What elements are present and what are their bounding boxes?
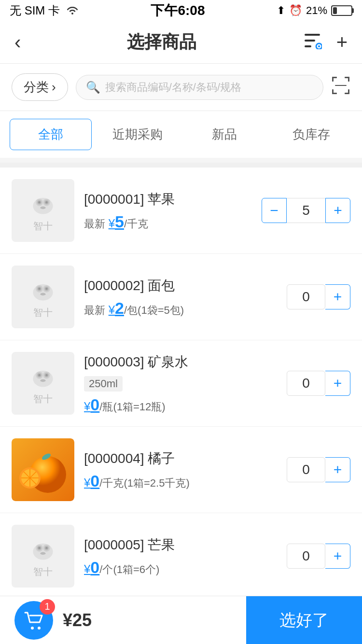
tab-all[interactable]: 全部 [10, 119, 92, 150]
product-list: 智十 [0000001] 苹果 最新 ¥5/千克 − + [0, 168, 362, 644]
quantity-input[interactable] [287, 284, 325, 309]
search-placeholder: 搜索商品编码/名称/条码/规格 [105, 80, 241, 95]
location-icon: ⬆ [277, 4, 285, 17]
battery-percent: 21% [306, 4, 327, 17]
page-header: ‹ 选择商品 + [0, 21, 362, 64]
svg-point-36 [38, 374, 41, 376]
carrier-label: 无 SIM 卡 [10, 3, 60, 18]
svg-point-38 [40, 379, 45, 382]
svg-point-67 [31, 627, 34, 630]
svg-point-53 [38, 546, 41, 549]
status-time: 下午6:08 [151, 1, 205, 20]
product-name: [0000001] 苹果 [84, 190, 252, 209]
quantity-control: + [287, 284, 350, 309]
divider [0, 163, 362, 168]
svg-point-21 [45, 201, 48, 203]
wifi-icon [66, 4, 79, 17]
svg-rect-11 [332, 89, 334, 94]
header-actions: + [303, 31, 348, 53]
svg-rect-0 [305, 34, 320, 36]
svg-rect-7 [332, 77, 334, 82]
increase-button[interactable]: + [325, 198, 350, 223]
product-info: [0000004] 橘子 ¥0/千克(1箱=2.5千克) [84, 449, 277, 490]
svg-point-48 [33, 543, 53, 560]
svg-rect-14 [335, 85, 347, 86]
alarm-icon: ⏰ [289, 4, 302, 17]
confirm-button[interactable]: 选好了 [246, 596, 362, 644]
svg-point-31 [33, 370, 53, 387]
battery-icon [331, 5, 352, 16]
product-name: [0000002] 面包 [84, 277, 277, 295]
cart-total: ¥25 [63, 610, 92, 630]
product-item: 智十 [0000003] 矿泉水 250ml ¥0/瓶(1箱=12瓶) + [0, 340, 362, 427]
product-price: 最新 ¥5/千克 [84, 212, 252, 231]
quantity-input[interactable] [287, 544, 325, 569]
svg-rect-13 [348, 89, 349, 94]
product-name: [0000003] 矿泉水 [84, 353, 277, 371]
quantity-input[interactable] [287, 371, 325, 396]
product-info: [0000002] 面包 最新 ¥2/包(1袋=5包) [84, 277, 277, 318]
quantity-control: − + [262, 198, 350, 223]
product-name: [0000004] 橘子 [84, 449, 277, 468]
product-image: 智十 [12, 525, 74, 588]
svg-rect-2 [305, 45, 311, 47]
product-price: ¥0/瓶(1箱=12瓶) [84, 395, 277, 414]
quantity-input[interactable] [287, 457, 325, 482]
tab-negative[interactable]: 负库存 [270, 119, 352, 150]
product-price: ¥0/个(1箱=6个) [84, 558, 277, 577]
svg-point-68 [38, 627, 41, 630]
status-left: 无 SIM 卡 [10, 3, 79, 18]
product-item: [0000004] 橘子 ¥0/千克(1箱=2.5千克) + [0, 427, 362, 513]
cart-section: 1 ¥25 [0, 601, 246, 640]
svg-point-54 [45, 546, 48, 549]
quantity-input[interactable] [287, 198, 325, 223]
category-button[interactable]: 分类 › [12, 73, 68, 101]
status-bar: 无 SIM 卡 下午6:08 ⬆ ⏰ 21% [0, 0, 362, 21]
product-image: 智十 [12, 266, 74, 328]
increase-button[interactable]: + [325, 284, 350, 309]
svg-point-37 [45, 374, 48, 376]
svg-point-28 [38, 287, 41, 290]
page-title: 选择商品 [127, 30, 196, 54]
product-name: [0000005] 芒果 [84, 536, 277, 554]
svg-point-20 [38, 201, 41, 203]
increase-button[interactable]: + [325, 371, 350, 396]
product-price: 最新 ¥2/包(1袋=5包) [84, 299, 277, 318]
product-item: 智十 [0000005] 芒果 ¥0/个(1箱=6个) + [0, 513, 362, 600]
increase-button[interactable]: + [325, 457, 350, 482]
bottom-bar: 1 ¥25 选好了 [0, 596, 362, 644]
product-image [12, 438, 74, 501]
svg-point-23 [33, 284, 53, 300]
back-button[interactable]: ‹ [14, 31, 21, 53]
svg-point-22 [40, 206, 45, 209]
product-item: 智十 [0000002] 面包 最新 ¥2/包(1袋=5包) + [0, 254, 362, 340]
svg-point-55 [40, 552, 45, 555]
product-price: ¥0/千克(1箱=2.5千克) [84, 472, 277, 490]
product-info: [0000003] 矿泉水 250ml ¥0/瓶(1箱=12瓶) [84, 353, 277, 414]
tab-recent[interactable]: 近期采购 [97, 119, 179, 150]
scan-icon[interactable] [331, 76, 350, 99]
product-spec: 250ml [84, 376, 123, 392]
product-item: 智十 [0000001] 苹果 最新 ¥5/千克 − + [0, 168, 362, 254]
search-box[interactable]: 🔍 搜索商品编码/名称/条码/规格 [76, 75, 323, 100]
chevron-right-icon: › [52, 80, 56, 95]
tab-new[interactable]: 新品 [183, 119, 265, 150]
product-image: 智十 [12, 352, 74, 415]
svg-rect-9 [348, 77, 349, 82]
add-icon[interactable]: + [336, 31, 348, 53]
increase-button[interactable]: + [325, 544, 350, 569]
svg-point-30 [40, 293, 45, 295]
product-tabs: 全部 近期采购 新品 负库存 [0, 111, 362, 158]
filter-icon[interactable] [303, 32, 322, 53]
cart-badge: 1 [40, 599, 55, 615]
product-info: [0000001] 苹果 最新 ¥5/千克 [84, 190, 252, 231]
svg-rect-1 [305, 40, 315, 42]
product-info: [0000005] 芒果 ¥0/个(1箱=6个) [84, 536, 277, 577]
product-image: 智十 [12, 179, 74, 242]
cart-icon[interactable]: 1 [14, 601, 53, 640]
filter-bar: 分类 › 🔍 搜索商品编码/名称/条码/规格 [0, 64, 362, 111]
decrease-button[interactable]: − [262, 198, 287, 223]
quantity-control: + [287, 544, 350, 569]
quantity-control: + [287, 371, 350, 396]
status-right: ⬆ ⏰ 21% [277, 4, 352, 17]
